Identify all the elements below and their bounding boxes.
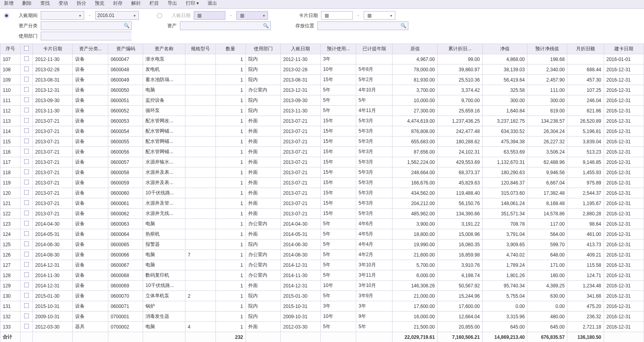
use-dept-input[interactable]: [41, 32, 132, 40]
asset-input[interactable]: 🔍: [180, 21, 271, 30]
col-header[interactable]: 资产名称: [143, 44, 185, 54]
row-checkbox[interactable]: [24, 252, 29, 256]
col-header[interactable]: 原值: [393, 44, 438, 54]
col-header[interactable]: 入账日期: [281, 44, 321, 54]
radio-entry-period[interactable]: [4, 13, 9, 18]
table-row[interactable]: 1092013-08-31设备0600049蓄水池防塌...1院内2013-08…: [0, 75, 644, 85]
table-row[interactable]: 1142013-07-21设备0600054配水管网铺...1外面2013-07…: [0, 126, 644, 137]
col-header[interactable]: 规格型号: [185, 44, 215, 54]
col-header[interactable]: 资产分类...: [73, 44, 108, 54]
search-icon[interactable]: 🔍: [400, 23, 406, 28]
row-checkbox[interactable]: [24, 118, 29, 123]
table-row[interactable]: 1122013-11-30设备0600052循环泵1院内2013-11-305年…: [0, 106, 644, 116]
row-checkbox[interactable]: [24, 149, 29, 154]
table-row[interactable]: 1192013-07-21设备0600059水源井及表...1外面2013-07…: [0, 178, 644, 188]
toolbar-删除[interactable]: 删除: [21, 0, 32, 7]
col-header[interactable]: 序号: [0, 44, 21, 54]
row-checkbox[interactable]: [24, 169, 29, 174]
card-date-from[interactable]: ▦: [321, 11, 353, 20]
calendar-icon[interactable]: ▦: [367, 13, 372, 18]
row-checkbox[interactable]: [24, 66, 29, 71]
row-checkbox[interactable]: [24, 211, 29, 215]
table-row[interactable]: 1152013-07-21设备0600055配水管网铺...1外面2013-07…: [0, 137, 644, 147]
row-checkbox[interactable]: [24, 56, 29, 61]
select-all-checkbox[interactable]: [24, 46, 29, 51]
radio-entry-date[interactable]: [157, 13, 162, 18]
chevron-down-icon[interactable]: ▾: [78, 13, 82, 18]
row-checkbox[interactable]: [24, 97, 29, 102]
row-checkbox[interactable]: [24, 221, 29, 226]
col-header[interactable]: 已计提年限: [356, 44, 393, 54]
table-row[interactable]: 1292014-12-31设备060006910千伏线路...1外面2014-1…: [0, 281, 644, 291]
col-header[interactable]: [20, 44, 33, 54]
row-checkbox[interactable]: [24, 139, 29, 143]
period-to-dropdown[interactable]: 2016.01▾: [95, 11, 139, 20]
table-row[interactable]: 1182013-07-21设备0600058水源井及表...1外面2013-07…: [0, 167, 644, 178]
row-checkbox[interactable]: [24, 200, 29, 205]
col-header[interactable]: 卡片日期: [33, 44, 73, 54]
row-checkbox[interactable]: [24, 303, 29, 308]
col-header[interactable]: 预计使用...: [321, 44, 356, 54]
col-header[interactable]: 净值: [482, 44, 527, 54]
table-row[interactable]: 1232014-04-30设备0600063电脑1办公室内2014-04-305…: [0, 219, 644, 229]
table-row[interactable]: 1132013-07-21设备0600053配水管网改...1外面2013-07…: [0, 116, 644, 126]
row-checkbox[interactable]: [24, 190, 29, 195]
table-row[interactable]: 1322009-10-31设备0700001消毒发生器1院内2009-10-31…: [0, 312, 644, 322]
table-row[interactable]: 1312015-10-31设备0600071锅炉1院内2015-10-313年3…: [0, 301, 644, 312]
table-row[interactable]: 1202013-07-21设备060006010千伏线路...1外面2013-0…: [0, 188, 644, 198]
col-header[interactable]: 累计折旧...: [437, 44, 482, 54]
search-icon[interactable]: 🔍: [124, 23, 130, 28]
table-row[interactable]: 1212013-07-21设备0600061水源井及管...1外面2013-07…: [0, 198, 644, 209]
row-checkbox[interactable]: [24, 293, 29, 298]
toolbar-查找[interactable]: 查找: [40, 0, 51, 7]
col-header[interactable]: 使用部门: [246, 44, 280, 54]
table-row[interactable]: 1262014-08-30设备0600066电脑71办公室内2014-08-30…: [0, 250, 644, 260]
col-header[interactable]: 月折旧额: [567, 44, 604, 54]
row-checkbox[interactable]: [24, 241, 29, 246]
table-row[interactable]: 1282014-11-30设备0600068数码复印机1办公室内2014-11-…: [0, 270, 644, 281]
toolbar-退出[interactable]: 退出: [207, 0, 218, 7]
row-checkbox[interactable]: [24, 272, 29, 277]
row-checkbox[interactable]: [24, 128, 29, 133]
toolbar-导出[interactable]: 导出: [167, 0, 178, 7]
toolbar-新增[interactable]: 新增: [3, 0, 14, 7]
toolbar-变动[interactable]: 变动: [58, 0, 69, 7]
search-icon[interactable]: 🔍: [263, 23, 269, 28]
toolbar-解封[interactable]: 解封: [130, 0, 142, 7]
table-row[interactable]: 1082013-02-28设备0600048发电机1院内2013-02-2810…: [0, 65, 644, 75]
chevron-down-icon[interactable]: ▾: [132, 13, 137, 18]
row-checkbox[interactable]: [24, 87, 29, 92]
table-row[interactable]: 1102013-12-31设备0600050电脑1办公室内2013-12-315…: [0, 85, 644, 95]
table-row[interactable]: 1172013-07-21设备0600057水源井输水...1外面2013-07…: [0, 157, 644, 167]
col-header[interactable]: 建卡日期: [604, 44, 644, 54]
chevron-down-icon[interactable]: ▾: [389, 13, 393, 18]
table-row[interactable]: 1252014-06-30设备0600065报警器1院内2014-06-305年…: [0, 239, 644, 250]
table-row[interactable]: 1332012-03-30器具0700002电脑41外面2012-03-305年…: [0, 322, 644, 332]
row-checkbox[interactable]: [24, 231, 29, 236]
row-checkbox[interactable]: [24, 324, 29, 329]
table-row[interactable]: 1242014-05-31设备0600064热熔机1外面2014-05-315年…: [0, 229, 644, 239]
row-checkbox[interactable]: [24, 283, 29, 287]
row-checkbox[interactable]: [24, 159, 29, 164]
row-checkbox[interactable]: [24, 314, 29, 318]
row-checkbox[interactable]: [24, 262, 29, 267]
card-date-to[interactable]: ▦▾: [364, 11, 395, 20]
table-row[interactable]: 1162013-07-21设备0600056配水管网铺...1外面2013-07…: [0, 147, 644, 157]
calendar-icon[interactable]: ▦: [325, 13, 329, 18]
row-checkbox[interactable]: [24, 180, 29, 184]
table-row[interactable]: 1272014-12-31设备0600067电脑1办公室内2014-12-315…: [0, 260, 644, 270]
col-header[interactable]: 预计净残值: [527, 44, 567, 54]
toolbar-预览[interactable]: 预览: [94, 0, 105, 7]
asset-class-input[interactable]: 🔍: [41, 21, 132, 30]
toolbar-封存[interactable]: 封存: [112, 0, 123, 7]
table-row[interactable]: 1112013-09-30设备0600051监控设备1院内2013-09-305…: [0, 95, 644, 106]
toolbar-打印[interactable]: 打印 ▾: [185, 0, 200, 7]
row-checkbox[interactable]: [24, 108, 29, 112]
table-row[interactable]: 1222013-07-21设备0600062水源井无线...1外面2013-07…: [0, 209, 644, 219]
toolbar-拆分[interactable]: 拆分: [76, 0, 87, 7]
col-header[interactable]: 资产编码: [108, 44, 143, 54]
location-input[interactable]: 🔍: [317, 21, 408, 30]
toolbar-栏目[interactable]: 栏目: [149, 0, 160, 7]
col-header[interactable]: 数量: [215, 44, 246, 54]
table-row[interactable]: 1072012-11-30设备0600047潜水电泵1院内2012-11-303…: [0, 54, 644, 65]
